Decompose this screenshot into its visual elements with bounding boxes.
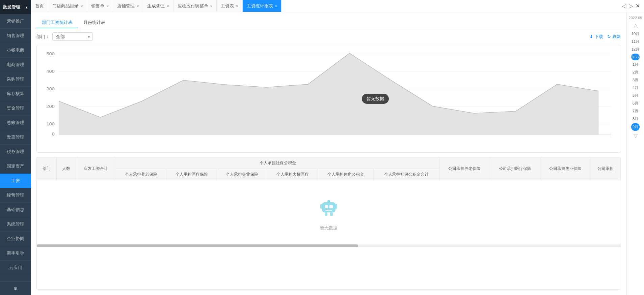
- download-action[interactable]: ⬇ 下载: [589, 34, 603, 40]
- tab-prev-icon[interactable]: ◁: [621, 3, 627, 9]
- tab-销售单[interactable]: 销售单×: [87, 0, 113, 12]
- timeline-down-nav[interactable]: ▽: [634, 131, 638, 140]
- tab-门店商品目录[interactable]: 门店商品目录×: [48, 0, 87, 12]
- svg-text:100: 100: [46, 122, 55, 126]
- svg-text:0: 0: [52, 132, 55, 136]
- sidebar-title: 批发管理: [3, 4, 20, 10]
- sub-tabs: 部门工资统计表 月份统计表: [36, 18, 621, 28]
- content-area: 部门工资统计表 月份统计表 部门： 全部 ⬇ 下载: [31, 12, 644, 295]
- sidebar-item-库存核算[interactable]: 库存核算: [0, 87, 31, 101]
- chart-tooltip: 暂无数据: [362, 94, 389, 104]
- timeline-month-8月[interactable]: 8月: [630, 115, 641, 123]
- th-company-unemp: 公司承担失业保险: [540, 157, 591, 180]
- sidebar-item-工资[interactable]: 工资: [0, 174, 31, 188]
- tab-工资统计报表[interactable]: 工资统计报表×: [243, 0, 281, 12]
- sidebar-item-总账管理[interactable]: 总账管理: [0, 116, 31, 130]
- tab-工资表[interactable]: 工资表×: [217, 0, 242, 12]
- timeline-month-7月[interactable]: 7月: [630, 107, 641, 115]
- toolbar-left: 部门： 全部: [36, 32, 93, 41]
- dept-select[interactable]: 全部: [52, 32, 93, 41]
- svg-rect-16: [325, 210, 332, 211]
- tab-bar-actions: ◁ ▷ ✕: [621, 3, 644, 9]
- tab-店铺管理[interactable]: 店铺管理×: [113, 0, 143, 12]
- data-table: 部门 人数 应发工资合计 个人承担社保公积金 公司承担养老保险 公司承担医疗保险…: [37, 157, 621, 180]
- table-scrollbar[interactable]: [37, 244, 358, 247]
- tab-close-icon[interactable]: ×: [81, 4, 83, 8]
- svg-rect-15: [329, 205, 333, 208]
- tab-close-icon[interactable]: ×: [137, 4, 139, 8]
- timeline-month-4月[interactable]: 4月: [630, 84, 641, 92]
- sub-tab-month[interactable]: 月份统计表: [78, 18, 111, 28]
- empty-text: 暂无数据: [320, 225, 338, 231]
- th-personal-medical: 个人承担医疗保险: [166, 169, 217, 180]
- th-people: 人数: [56, 157, 76, 180]
- tab-close-icon[interactable]: ×: [236, 4, 238, 8]
- timeline-month-2月[interactable]: 2月: [630, 68, 641, 76]
- tab-close-icon[interactable]: ×: [167, 4, 169, 8]
- svg-rect-14: [325, 205, 328, 208]
- sidebar-item-固定资产[interactable]: 固定资产: [0, 159, 31, 174]
- th-company-pension: 公司承担养老保险: [439, 157, 490, 180]
- sidebar-item-采购管理[interactable]: 采购管理: [0, 72, 31, 87]
- svg-text:300: 300: [46, 87, 55, 91]
- sidebar: 批发管理 ▲ 营销推广销售管理小畅电商电商管理采购管理库存核算资金管理总账管理发…: [0, 0, 31, 295]
- tab-应收应付调整单[interactable]: 应收应付调整单×: [173, 0, 217, 12]
- svg-text:400: 400: [46, 69, 55, 73]
- sidebar-item-基础信息[interactable]: 基础信息: [0, 203, 31, 217]
- svg-rect-20: [325, 212, 327, 216]
- main-area: 首页门店商品目录×销售单×店铺管理×生成凭证×应收应付调整单×工资表×工资统计报…: [31, 0, 644, 295]
- svg-text:500: 500: [46, 52, 55, 56]
- timeline-year-label: 2022.09: [627, 15, 644, 21]
- table-container[interactable]: 部门 人数 应发工资合计 个人承担社保公积金 公司承担养老保险 公司承担医疗保险…: [36, 157, 621, 290]
- th-dept: 部门: [37, 157, 57, 180]
- tab-close-icon[interactable]: ×: [106, 4, 108, 8]
- sidebar-item-发票管理[interactable]: 发票管理: [0, 130, 31, 145]
- timeline-month-9月[interactable]: 9月: [631, 123, 639, 131]
- svg-rect-19: [335, 204, 337, 209]
- timeline-month-5月[interactable]: 5月: [630, 92, 641, 99]
- svg-rect-21: [330, 212, 333, 216]
- th-personal-large-med: 个人承担大额医疗: [267, 169, 318, 180]
- sidebar-item-系统管理[interactable]: 系统管理: [0, 217, 31, 232]
- th-group-personal: 个人承担社保公积金: [116, 157, 439, 169]
- sidebar-item-电商管理[interactable]: 电商管理: [0, 58, 31, 72]
- svg-marker-12: [59, 53, 599, 135]
- sidebar-item-企业协同[interactable]: 企业协同: [0, 232, 31, 246]
- dept-select-wrapper: 全部: [52, 32, 93, 41]
- svg-rect-17: [327, 200, 330, 203]
- tab-生成凭证[interactable]: 生成凭证×: [143, 0, 173, 12]
- timeline-month-12月[interactable]: 12月: [630, 46, 641, 53]
- sidebar-item-资金管理[interactable]: 资金管理: [0, 101, 31, 116]
- timeline-month-1月[interactable]: 1月: [630, 61, 641, 68]
- sidebar-item-新手引导[interactable]: 新手引导: [0, 246, 31, 261]
- sub-tab-dept[interactable]: 部门工资统计表: [36, 18, 78, 28]
- settings-icon: ⚙: [14, 286, 18, 291]
- tab-next-icon[interactable]: ▷: [627, 3, 634, 9]
- timeline-month-6月[interactable]: 6月: [630, 99, 641, 107]
- refresh-action[interactable]: ↻ 刷新: [607, 34, 621, 40]
- sidebar-item-云应用[interactable]: 云应用: [0, 261, 31, 275]
- th-personal-unemp: 个人承担失业保险: [217, 169, 267, 180]
- chart-area: 500 400 300 200 100 0: [36, 45, 621, 153]
- tab-close-icon[interactable]: ×: [275, 4, 277, 8]
- sidebar-settings[interactable]: ⚙: [0, 282, 31, 295]
- sidebar-header[interactable]: 批发管理 ▲: [0, 0, 31, 14]
- tab-close-icon[interactable]: ×: [210, 4, 212, 8]
- chart-svg: 500 400 300 200 100 0: [42, 51, 615, 138]
- sidebar-item-营销推广[interactable]: 营销推广: [0, 14, 31, 29]
- tab-首页[interactable]: 首页: [31, 0, 48, 12]
- timeline-month-11月[interactable]: 11月: [630, 38, 641, 46]
- sidebar-item-销售管理[interactable]: 销售管理: [0, 29, 31, 43]
- timeline-up-nav[interactable]: △: [634, 21, 638, 30]
- toolbar: 部门： 全部 ⬇ 下载 ↻ 刷新: [36, 32, 621, 41]
- download-label: 下载: [594, 34, 603, 40]
- timeline-month-2022[interactable]: 2022: [631, 54, 639, 60]
- sidebar-item-税务管理[interactable]: 税务管理: [0, 145, 31, 159]
- download-icon: ⬇: [589, 34, 593, 39]
- sidebar-item-经营管理[interactable]: 经营管理: [0, 188, 31, 203]
- timeline-month-10月[interactable]: 10月: [630, 30, 641, 38]
- tab-close-all-icon[interactable]: ✕: [634, 3, 641, 9]
- th-company-medical: 公司承担医疗保险: [490, 157, 540, 180]
- timeline-month-3月[interactable]: 3月: [630, 76, 641, 84]
- sidebar-item-小畅电商[interactable]: 小畅电商: [0, 43, 31, 58]
